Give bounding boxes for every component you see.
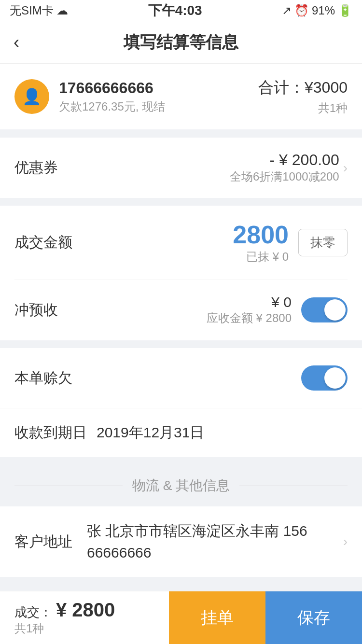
address-row[interactable]: 客户地址 张 北京市市辖区海淀区永丰南 156 66666666 ›	[0, 506, 362, 577]
alarm-icon: ⏰	[294, 4, 309, 17]
avatar-icon: 👤	[22, 87, 42, 106]
total-sub: 共1种	[258, 100, 348, 116]
customer-card: 👤 17666666666 欠款1276.35元, 现结 合计：¥3000 共1…	[0, 64, 362, 129]
debt-row: 本单赊欠	[0, 348, 362, 408]
prepay-amount: ¥ 0	[271, 294, 292, 310]
prepay-right: ¥ 0 应收金额 ¥ 2800	[207, 294, 292, 326]
bottom-summary: 成交： ¥ 2800 共1种	[0, 599, 169, 636]
round-button[interactable]: 抹零	[298, 229, 348, 256]
customer-total: 合计：¥3000 共1种	[258, 77, 348, 116]
customer-row: 👤 17666666666 欠款1276.35元, 现结 合计：¥3000 共1…	[14, 77, 348, 116]
status-left: 无SIM卡 ☁	[10, 3, 68, 18]
address-chevron-icon: ›	[343, 534, 348, 549]
pending-button[interactable]: 挂单	[169, 591, 265, 644]
debt-toggle[interactable]	[301, 365, 348, 391]
prepay-row: 冲预收 ¥ 0 应收金额 ¥ 2800	[14, 280, 348, 340]
coupon-discount: - ¥ 200.00	[230, 151, 339, 169]
bottom-deal-label: 成交：	[14, 604, 52, 621]
coupon-row[interactable]: 优惠券 - ¥ 200.00 全场6折满1000减200 ›	[0, 137, 362, 198]
logistics-header: 物流 & 其他信息	[0, 465, 362, 506]
status-bar: 无SIM卡 ☁ 下午4:03 ↗ ⏰ 91% 🔋	[0, 0, 362, 21]
address-value: 张 北京市市辖区海淀区永丰南 156 66666666	[87, 520, 343, 563]
section-divider-2	[0, 340, 362, 348]
prepay-label: 冲预收	[14, 300, 207, 320]
deal-amount-value: 2800	[233, 220, 289, 249]
battery-icon: 🔋	[338, 4, 352, 17]
prepay-sub: 应收金额 ¥ 2800	[207, 310, 292, 326]
customer-left: 👤 17666666666 欠款1276.35元, 现结	[14, 79, 165, 114]
nav-bar: ‹ 填写结算等信息	[0, 21, 362, 64]
section-divider-1	[0, 198, 362, 206]
status-right: ↗ ⏰ 91% 🔋	[282, 4, 352, 17]
customer-info: 17666666666 欠款1276.35元, 现结	[59, 79, 165, 114]
amount-section: 成交金额 2800 已抹 ¥ 0 抹零 冲预收 ¥ 0 应收金额 ¥ 2800	[0, 206, 362, 340]
battery-level: 91%	[312, 4, 335, 17]
total-amount: 合计：¥3000	[258, 77, 348, 98]
save-button[interactable]: 保存	[265, 591, 362, 644]
navigation-icon: ↗	[282, 4, 292, 17]
customer-debt: 欠款1276.35元, 现结	[59, 99, 165, 114]
logistics-line-left	[14, 486, 123, 486]
sim-label: 无SIM卡 ☁	[10, 3, 68, 18]
bottom-count: 共1种	[14, 621, 154, 636]
coupon-label: 优惠券	[14, 158, 58, 178]
prepay-toggle[interactable]	[301, 297, 348, 322]
due-date-row: 收款到期日 2019年12月31日	[0, 408, 362, 457]
logistics-line-right	[239, 486, 348, 486]
due-date-label: 收款到期日	[14, 423, 87, 443]
deal-amount-label: 成交金额	[14, 233, 72, 252]
bottom-deal-amount: ¥ 2800	[56, 599, 115, 621]
customer-phone: 17666666666	[59, 79, 165, 97]
bottom-bar: 成交： ¥ 2800 共1种 挂单 保存	[0, 591, 362, 644]
avatar: 👤	[14, 79, 49, 114]
debt-label: 本单赊欠	[14, 368, 72, 388]
coupon-description: 全场6折满1000减200	[230, 169, 339, 184]
deal-amount-right: 2800 已抹 ¥ 0 抹零	[233, 220, 348, 265]
content-area: 👤 17666666666 欠款1276.35元, 现结 合计：¥3000 共1…	[0, 64, 362, 644]
back-button[interactable]: ‹	[14, 32, 19, 53]
section-divider-3	[0, 457, 362, 465]
status-time: 下午4:03	[148, 1, 202, 20]
address-label: 客户地址	[14, 532, 72, 552]
deal-amount-sub: 已抹 ¥ 0	[233, 249, 289, 265]
deal-amount-row: 成交金额 2800 已抹 ¥ 0 抹零	[14, 206, 348, 280]
coupon-right: - ¥ 200.00 全场6折满1000减200 ›	[230, 151, 348, 184]
prepay-left: 冲预收	[14, 300, 207, 320]
coupon-chevron-icon: ›	[343, 160, 348, 176]
logistics-text: 物流 & 其他信息	[132, 476, 230, 495]
due-date-value: 2019年12月31日	[97, 423, 204, 443]
page-title: 填写结算等信息	[124, 31, 238, 54]
